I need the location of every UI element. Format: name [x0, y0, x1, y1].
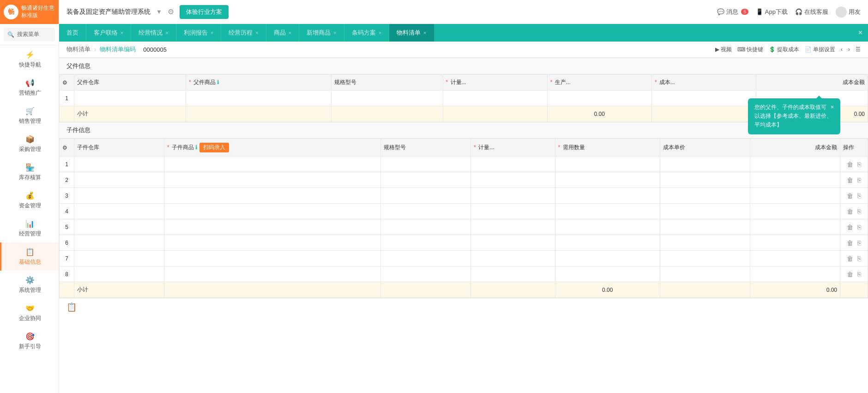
- child-product-cell-1[interactable]: [164, 157, 381, 172]
- child-cost-unit-cell-7[interactable]: [660, 251, 750, 266]
- child-cost-unit-cell-1[interactable]: [660, 157, 750, 172]
- child-spec-cell-1[interactable]: [381, 157, 471, 172]
- close-all-tabs[interactable]: ×: [853, 24, 868, 42]
- tab-close-customer[interactable]: ×: [121, 30, 123, 36]
- tooltip-close-btn[interactable]: ×: [831, 103, 834, 112]
- child-warehouse-cell-8[interactable]: [74, 266, 164, 282]
- child-col-settings[interactable]: ⚙: [60, 139, 74, 157]
- child-warehouse-cell-6[interactable]: [74, 235, 164, 251]
- tab-home[interactable]: 首页: [59, 24, 86, 42]
- copy-btn-3[interactable]: ⎘: [856, 191, 862, 200]
- child-cost-unit-cell-5[interactable]: [660, 219, 750, 235]
- child-warehouse-cell-5[interactable]: [74, 219, 164, 235]
- child-cost-unit-cell-6[interactable]: [660, 235, 750, 251]
- action-settings[interactable]: 📄 单据设置: [805, 46, 835, 54]
- child-product-cell-2[interactable]: [164, 172, 381, 188]
- sidebar-item-operation[interactable]: 📊 经营管理: [0, 214, 59, 242]
- child-warehouse-cell-2[interactable]: [74, 172, 164, 188]
- delete-btn-3[interactable]: 🗑: [845, 191, 855, 200]
- tab-customer[interactable]: 客户联络 ×: [86, 24, 131, 42]
- child-cost-unit-cell-4[interactable]: [660, 204, 750, 219]
- tab-products[interactable]: 商品 ×: [266, 24, 299, 42]
- delete-btn-5[interactable]: 🗑: [845, 223, 855, 232]
- child-product-cell-5[interactable]: [164, 219, 381, 235]
- search-menu-button[interactable]: 🔍 搜索菜单: [4, 28, 55, 41]
- breadcrumb-item1[interactable]: 物料清单: [66, 45, 90, 54]
- sidebar-item-guide[interactable]: 🎯 新手引导: [0, 327, 59, 355]
- child-required-qty-cell-3[interactable]: [555, 188, 660, 204]
- child-product-cell-4[interactable]: [164, 204, 381, 219]
- child-required-qty-cell-6[interactable]: [555, 235, 660, 251]
- parent-col-settings[interactable]: ⚙: [60, 75, 74, 91]
- child-required-qty-cell-2[interactable]: [555, 172, 660, 188]
- tab-close-bom[interactable]: ×: [423, 30, 426, 36]
- tab-close-history[interactable]: ×: [255, 30, 258, 36]
- tab-barcode[interactable]: 条码方案 ×: [344, 24, 389, 42]
- sidebar-item-quick-nav[interactable]: ⚡ 快捷导航: [0, 45, 59, 73]
- view-toggle[interactable]: ☰: [856, 46, 861, 53]
- tab-close-barcode[interactable]: ×: [379, 30, 381, 36]
- online-service-item[interactable]: 🎧 在线客服: [795, 8, 828, 16]
- parent-qty-unit-cell-1[interactable]: [443, 91, 547, 106]
- child-required-qty-cell-7[interactable]: [555, 251, 660, 266]
- child-warehouse-cell-4[interactable]: [74, 204, 164, 219]
- sidebar-item-sales[interactable]: 🛒 销售管理: [0, 102, 59, 130]
- nav-prev[interactable]: ‹: [841, 46, 843, 53]
- sidebar-item-basic[interactable]: 📋 基础信息: [0, 242, 59, 271]
- delete-btn-2[interactable]: 🗑: [845, 175, 855, 185]
- tab-bom[interactable]: 物料清单 ×: [389, 24, 434, 42]
- child-qty-unit-cell-7[interactable]: [471, 251, 555, 266]
- child-product-cell-6[interactable]: [164, 235, 381, 251]
- child-qty-unit-cell-5[interactable]: [471, 219, 555, 235]
- child-product-cell-7[interactable]: [164, 251, 381, 266]
- sidebar-item-finance[interactable]: 💰 资金管理: [0, 186, 59, 214]
- copy-btn-5[interactable]: ⎘: [856, 223, 862, 232]
- delete-btn-8[interactable]: 🗑: [845, 270, 855, 279]
- tab-close-operations[interactable]: ×: [165, 30, 168, 36]
- child-spec-cell-6[interactable]: [381, 235, 471, 251]
- child-qty-unit-cell-4[interactable]: [471, 204, 555, 219]
- child-qty-unit-cell-2[interactable]: [471, 172, 555, 188]
- sidebar-item-system[interactable]: ⚙️ 系统管理: [0, 271, 59, 299]
- settings-icon[interactable]: ⚙: [168, 7, 174, 16]
- child-qty-unit-cell-8[interactable]: [471, 266, 555, 282]
- copy-btn-2[interactable]: ⎘: [856, 175, 862, 185]
- delete-btn-7[interactable]: 🗑: [845, 254, 855, 263]
- scan-input-btn[interactable]: 扫码录入: [199, 143, 229, 152]
- child-cost-unit-cell-2[interactable]: [660, 172, 750, 188]
- nav-next[interactable]: ›: [848, 46, 850, 53]
- child-warehouse-cell-1[interactable]: [74, 157, 164, 172]
- copy-btn-1[interactable]: ⎘: [856, 160, 862, 169]
- child-product-cell-3[interactable]: [164, 188, 381, 204]
- action-shortcut[interactable]: ⌨ 快捷键: [737, 46, 763, 54]
- delete-btn-6[interactable]: 🗑: [845, 238, 855, 248]
- experience-btn[interactable]: 体验行业方案: [180, 5, 229, 19]
- message-item[interactable]: 💬 消息 6: [717, 8, 748, 16]
- child-cost-unit-cell-8[interactable]: [660, 266, 750, 282]
- parent-production-cell-1[interactable]: [547, 91, 651, 106]
- child-warehouse-cell-7[interactable]: [74, 251, 164, 266]
- tab-close-profit[interactable]: ×: [211, 30, 213, 36]
- child-product-cell-8[interactable]: [164, 266, 381, 282]
- tab-operations[interactable]: 经营情况 ×: [131, 24, 176, 42]
- copy-btn-7[interactable]: ⎘: [856, 254, 862, 263]
- sidebar-item-purchase[interactable]: 📦 采购管理: [0, 130, 59, 158]
- child-spec-cell-2[interactable]: [381, 172, 471, 188]
- parent-warehouse-cell-1[interactable]: [74, 91, 186, 106]
- child-spec-cell-3[interactable]: [381, 188, 471, 204]
- child-warehouse-cell-3[interactable]: [74, 188, 164, 204]
- child-cost-unit-cell-3[interactable]: [660, 188, 750, 204]
- child-qty-unit-cell-3[interactable]: [471, 188, 555, 204]
- sidebar-item-inventory[interactable]: 🏪 库存核算: [0, 158, 59, 186]
- app-download-item[interactable]: 📱 App下载: [756, 8, 788, 16]
- sidebar-item-enterprise[interactable]: 🤝 企业协同: [0, 299, 59, 327]
- child-required-qty-cell-4[interactable]: [555, 204, 660, 219]
- tab-close-products[interactable]: ×: [289, 30, 291, 36]
- child-required-qty-cell-5[interactable]: [555, 219, 660, 235]
- user-item[interactable]: 用友: [836, 6, 861, 18]
- child-spec-cell-5[interactable]: [381, 219, 471, 235]
- copy-btn-6[interactable]: ⎘: [856, 238, 862, 248]
- action-video[interactable]: ▶ 视频: [715, 46, 732, 54]
- child-qty-unit-cell-6[interactable]: [471, 235, 555, 251]
- parent-product-cell-1[interactable]: [186, 91, 331, 106]
